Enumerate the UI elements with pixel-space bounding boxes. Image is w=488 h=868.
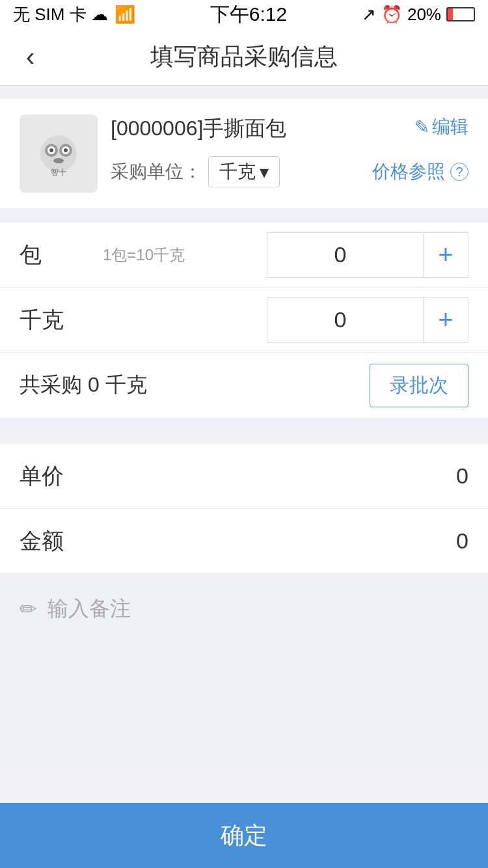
svg-point-5 — [49, 148, 53, 152]
back-button[interactable]: ‹ — [20, 36, 41, 78]
status-left: 无 SIM 卡 ☁ 📶 — [13, 3, 135, 26]
unit-price-row: 单价 0 — [0, 444, 488, 509]
nav-bar: ‹ 填写商品采购信息 — [0, 29, 488, 86]
package-plus-button[interactable]: + — [423, 232, 468, 278]
amount-value: 0 — [456, 528, 468, 554]
product-header: [0000006]手撕面包 ✎ 编辑 — [111, 115, 468, 143]
package-quantity-input[interactable] — [267, 232, 423, 278]
package-input-right: + — [267, 232, 468, 278]
unit-label: 采购单位： 千克 ▾ — [111, 156, 280, 187]
product-info: [0000006]手撕面包 ✎ 编辑 采购单位： 千克 ▾ 价格参照 ? — [111, 115, 468, 187]
package-label: 包 — [20, 240, 98, 270]
package-input-row: 包 1包=10千克 + — [0, 223, 488, 288]
location-icon: ↗ — [362, 5, 376, 25]
record-batch-button[interactable]: 录批次 — [370, 364, 468, 407]
summary-text: 共采购 0 千克 — [20, 371, 147, 400]
page-title: 填写商品采购信息 — [150, 41, 338, 73]
input-section: 包 1包=10千克 + 千克 + — [0, 223, 488, 353]
product-name: [0000006]手撕面包 — [111, 115, 286, 143]
battery-icon — [446, 7, 475, 21]
kg-quantity-input[interactable] — [267, 297, 423, 343]
summary-row: 共采购 0 千克 录批次 — [0, 353, 488, 418]
info-circle-icon: ? — [450, 163, 468, 181]
kg-label: 千克 — [20, 305, 98, 335]
battery-percent: 20% — [407, 5, 441, 25]
product-image: 智十 — [20, 115, 98, 193]
status-bar: 无 SIM 卡 ☁ 📶 下午6:12 ↗ ⏰ 20% — [0, 0, 488, 29]
remark-section: ✏ 输入备注 — [0, 575, 488, 770]
middle-divider — [0, 208, 488, 221]
svg-text:智十: 智十 — [51, 168, 66, 176]
product-unit-row: 采购单位： 千克 ▾ 价格参照 ? — [111, 156, 468, 187]
price-ref-button[interactable]: 价格参照 ? — [372, 159, 468, 184]
kg-plus-button[interactable]: + — [423, 297, 468, 343]
dropdown-icon: ▾ — [260, 161, 269, 183]
edit-icon: ✎ — [414, 116, 429, 138]
svg-point-7 — [53, 158, 64, 163]
product-card: 智十 [0000006]手撕面包 ✎ 编辑 采购单位： 千克 ▾ 价格参照 — [0, 99, 488, 208]
kg-input-row: 千克 + — [0, 288, 488, 353]
sim-label: 无 SIM 卡 ☁ — [13, 3, 108, 26]
wifi-icon: 📶 — [115, 5, 135, 25]
kg-input-right: + — [267, 297, 468, 343]
remark-input-area[interactable]: ✏ 输入备注 — [20, 595, 468, 623]
status-time: 下午6:12 — [210, 1, 287, 28]
unit-price-value: 0 — [456, 463, 468, 489]
pencil-icon: ✏ — [20, 597, 37, 621]
amount-label: 金额 — [20, 526, 64, 556]
alarm-icon: ⏰ — [381, 5, 402, 25]
remark-placeholder: 输入备注 — [47, 595, 131, 623]
confirm-button[interactable]: 确定 — [0, 803, 488, 868]
confirm-label: 确定 — [221, 820, 267, 852]
svg-point-6 — [64, 148, 68, 152]
status-right: ↗ ⏰ 20% — [362, 5, 475, 25]
price-info-section: 单价 0 金额 0 — [0, 444, 488, 574]
unit-price-label: 单价 — [20, 461, 64, 491]
edit-button[interactable]: ✎ 编辑 — [414, 115, 468, 139]
amount-row: 金额 0 — [0, 509, 488, 574]
info-divider — [0, 418, 488, 431]
unit-select[interactable]: 千克 ▾ — [208, 156, 280, 187]
top-divider — [0, 86, 488, 99]
package-sublabel: 1包=10千克 — [103, 245, 185, 265]
product-thumbnail: 智十 — [36, 131, 81, 176]
